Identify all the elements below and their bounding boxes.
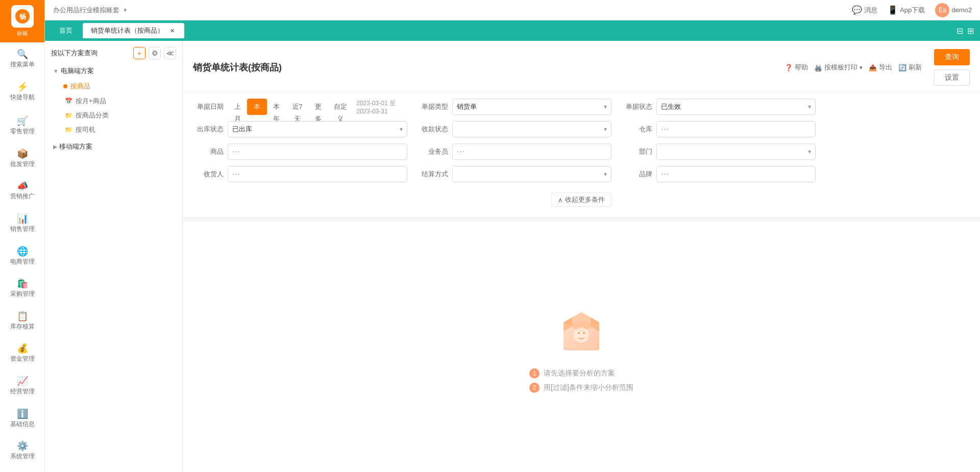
tree-item-by-month-product-label: 按月+商品: [76, 97, 106, 106]
salesperson-input[interactable]: ···: [452, 144, 611, 160]
tree-desktop-label: 电脑端方案: [61, 66, 94, 76]
user-menu[interactable]: Ea demo2: [935, 3, 972, 17]
date-btn-custom[interactable]: 自定义: [328, 99, 353, 115]
date-btn-this-month[interactable]: 本月: [247, 99, 266, 115]
help-button[interactable]: ❓ 帮助: [785, 63, 808, 72]
tab-minimize-icon[interactable]: ⊟: [957, 26, 963, 36]
out-status-select[interactable]: 已出库 ▾: [228, 121, 407, 137]
brand-input[interactable]: ···: [656, 166, 816, 182]
salesperson-dots: ···: [457, 147, 465, 156]
print-button[interactable]: 🖨️ 按模板打印 ▾: [814, 63, 863, 72]
product-label: 商品: [193, 147, 224, 156]
out-status-field: 出库状态 已出库 ▾: [193, 121, 407, 137]
document-type-select[interactable]: 销货单 ▾: [452, 99, 611, 115]
sidebar-item-quick-nav[interactable]: ⚡ 快捷导航: [0, 75, 44, 108]
refresh-button[interactable]: 🔄 刷新: [898, 63, 922, 72]
date-btn-last-month[interactable]: 上月: [228, 99, 247, 115]
step-num-1: 1: [529, 368, 540, 379]
message-button[interactable]: 💬 消息: [852, 5, 877, 15]
settlement-label: 结算方式: [418, 170, 448, 179]
sidebar-item-marketing[interactable]: 📣 营销推广: [0, 174, 44, 207]
svg-point-6: [574, 327, 589, 343]
main-content: 办公用品行业模拟账套 ▾ 💬 消息 📱 App下载 Ea demo2 首页: [45, 0, 980, 472]
left-panel-actions: + ⚙ ≪: [133, 47, 176, 59]
export-button[interactable]: 📤 导出: [869, 63, 892, 72]
topbar-right: 💬 消息 📱 App下载 Ea demo2: [852, 3, 972, 17]
document-status-field: 单据状态 已生效 ▾: [622, 99, 816, 115]
sidebar-item-base-info[interactable]: ℹ️ 基础信息: [0, 402, 44, 435]
document-type-value: 销货单: [457, 102, 477, 111]
page-header: 销货单统计表(按商品) ❓ 帮助 🖨️ 按模板打印 ▾ 📤 导出: [183, 41, 980, 92]
scheme-settings-button[interactable]: ⚙: [149, 47, 161, 59]
sidebar-item-enterprise[interactable]: 🤝 企业协同: [0, 467, 44, 472]
app-download-button[interactable]: 📱 App下载: [888, 5, 925, 15]
tree-desktop-section[interactable]: ▼ 电脑端方案: [49, 63, 178, 79]
tree-item-by-product[interactable]: 按商品: [49, 79, 178, 94]
sidebar-item-search[interactable]: 🔍 搜索菜单: [0, 42, 44, 75]
sidebar-item-retail[interactable]: 🛒 零售管理: [0, 109, 44, 142]
sidebar-item-wholesale[interactable]: 📦 批发管理: [0, 142, 44, 175]
payment-status-select[interactable]: ▾: [452, 121, 611, 137]
step-num-2: 2: [529, 383, 540, 393]
tab-home[interactable]: 首页: [51, 23, 81, 38]
department-select[interactable]: ▾: [656, 144, 816, 160]
tree-item-by-cashier[interactable]: 📁 按司机: [49, 123, 178, 137]
search-icon: 🔍: [17, 49, 28, 60]
tree-item-by-product-category[interactable]: 📁 按商品分类: [49, 108, 178, 123]
product-input[interactable]: ···: [228, 144, 407, 160]
sidebar-item-finance[interactable]: 💰 资金管理: [0, 337, 44, 369]
tab-close-icon[interactable]: ✕: [168, 27, 176, 35]
sidebar-item-label-quick-nav: 快捷导航: [10, 93, 35, 102]
settings-button[interactable]: 设置: [934, 69, 970, 86]
document-type-label: 单据类型: [418, 102, 448, 111]
tree-expand-icon: ▼: [53, 68, 59, 74]
inventory-icon: 📋: [17, 311, 28, 322]
department-field: 部门 ▾: [622, 144, 816, 160]
sidebar-item-purchase[interactable]: 🛍️ 采购管理: [0, 272, 44, 304]
warehouse-dots: ···: [661, 125, 669, 134]
tab-maximize-icon[interactable]: ⊞: [967, 26, 974, 36]
left-panel: 按以下方案查询 + ⚙ ≪ ▼ 电脑端方案 按商品: [45, 41, 183, 472]
settlement-select[interactable]: ▾: [452, 166, 611, 182]
sidebar-item-inventory[interactable]: 📋 库存核算: [0, 304, 44, 337]
sidebar-item-label-purchase: 采购管理: [10, 290, 35, 298]
tree-mobile-section[interactable]: ▶ 移动端方案: [49, 139, 178, 154]
message-icon: 💬: [852, 5, 862, 15]
collapse-button[interactable]: ∧ 收起更多条件: [551, 193, 611, 207]
warehouse-input[interactable]: ···: [656, 121, 816, 137]
industry-dropdown-icon[interactable]: ▾: [124, 6, 127, 14]
date-btn-more[interactable]: 更多: [308, 99, 328, 115]
recipient-input[interactable]: ···: [228, 166, 407, 182]
sidebar: 畅 标账 🔍 搜索菜单 ⚡ 快捷导航 🛒 零售管理 📦 批发管理 📣 营销推广 …: [0, 0, 45, 472]
print-dropdown-icon: ▾: [860, 64, 863, 71]
refresh-label: 刷新: [909, 63, 922, 72]
settlement-field: 结算方式 ▾: [418, 166, 611, 182]
help-label: 帮助: [795, 63, 808, 72]
empty-steps-list: 1 请先选择要分析的方案 2 用[过滤]条件来缩小分析范围: [529, 368, 633, 397]
filter-row-1: 单据日期 上月 本月 本年 近7天 更多 自定义 2023-03-01 至 20…: [193, 99, 970, 115]
payment-status-chevron: ▾: [604, 126, 607, 133]
tabbar: 首页 销货单统计表（按商品） ✕ ⊟ ⊞: [45, 20, 980, 41]
filter-row-3: 商品 ··· 业务员 ··· 部门: [193, 144, 970, 160]
tab-home-label: 首页: [59, 26, 72, 35]
tab-sales-stats[interactable]: 销货单统计表（按商品） ✕: [83, 23, 184, 38]
quick-nav-icon: ⚡: [17, 81, 28, 92]
document-status-select[interactable]: 已生效 ▾: [656, 99, 816, 115]
sidebar-item-system[interactable]: ⚙️ 系统管理: [0, 434, 44, 467]
date-label: 单据日期: [193, 102, 224, 111]
date-btn-last-7days[interactable]: 近7天: [286, 99, 308, 115]
filter-area: 单据日期 上月 本月 本年 近7天 更多 自定义 2023-03-01 至 20…: [183, 92, 980, 218]
sidebar-item-sales[interactable]: 📊 销售管理: [0, 207, 44, 240]
sidebar-item-label-ecommerce: 电商管理: [10, 258, 35, 266]
date-range-value: 2023-03-01 至 2023-03-31: [356, 99, 407, 115]
collapse-panel-button[interactable]: ≪: [164, 47, 176, 59]
add-scheme-button[interactable]: +: [133, 47, 145, 59]
date-btn-this-year[interactable]: 本年: [267, 99, 286, 115]
sidebar-item-operations[interactable]: 📈 经营管理: [0, 369, 44, 402]
sidebar-item-label-sales: 销售管理: [10, 225, 35, 233]
tree-item-by-month-product[interactable]: 📅 按月+商品: [49, 94, 178, 108]
sidebar-item-ecommerce[interactable]: 🌐 电商管理: [0, 240, 44, 272]
app-logo[interactable]: 畅 标账: [0, 0, 44, 42]
query-button[interactable]: 查询: [934, 49, 970, 65]
retail-icon: 🛒: [17, 115, 28, 127]
